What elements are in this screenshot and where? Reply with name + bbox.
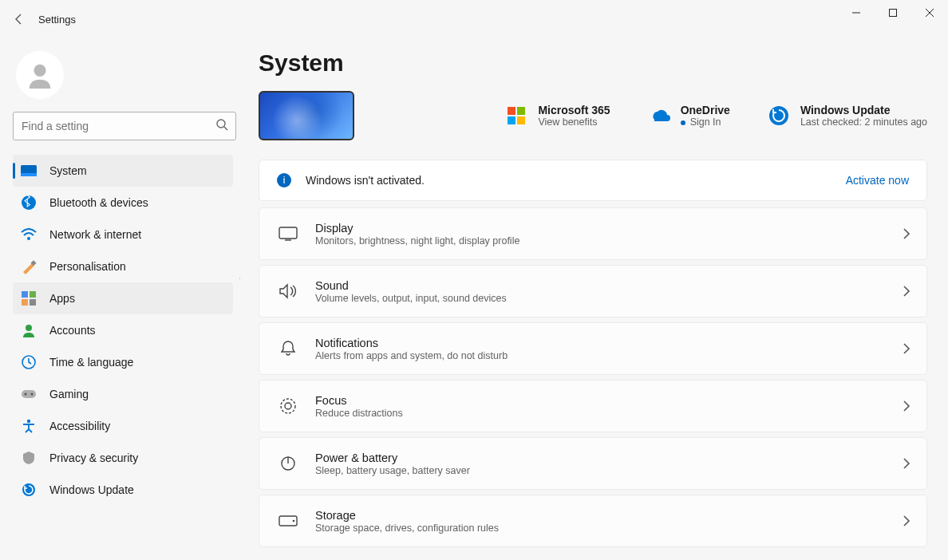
activate-now-link[interactable]: Activate now bbox=[846, 174, 909, 187]
status-title: Microsoft 365 bbox=[538, 104, 610, 116]
sidebar-item-label: Windows Update bbox=[49, 483, 134, 496]
sound-card-icon bbox=[274, 283, 302, 299]
card-display[interactable]: DisplayMonitors, brightness, night light… bbox=[259, 207, 927, 260]
status-title: Windows Update bbox=[800, 104, 927, 116]
status-windows-update[interactable]: Windows Update Last checked: 2 minutes a… bbox=[767, 104, 927, 128]
svg-rect-22 bbox=[517, 107, 525, 115]
annotation-arrow-icon bbox=[239, 273, 247, 337]
card-subtitle: Sleep, battery usage, battery saver bbox=[315, 465, 470, 476]
sidebar-item-label: Privacy & security bbox=[49, 452, 138, 464]
svg-point-8 bbox=[27, 237, 30, 240]
bell-icon bbox=[274, 340, 302, 357]
clock-globe-icon bbox=[21, 354, 37, 370]
card-title: Display bbox=[315, 222, 519, 235]
svg-point-17 bbox=[25, 393, 27, 396]
page-title: System bbox=[259, 49, 927, 77]
chevron-right-icon bbox=[903, 228, 910, 239]
update-icon bbox=[21, 482, 37, 498]
card-title: Sound bbox=[315, 279, 507, 292]
minimize-button[interactable] bbox=[838, 0, 875, 26]
sidebar-item-system[interactable]: System bbox=[13, 155, 233, 187]
card-title: Power & battery bbox=[315, 452, 470, 464]
svg-rect-10 bbox=[22, 291, 28, 298]
svg-rect-13 bbox=[30, 299, 36, 306]
display-icon bbox=[21, 163, 37, 179]
sidebar-item-label: Bluetooth & devices bbox=[49, 196, 148, 209]
update-status-icon bbox=[767, 104, 791, 128]
settings-cards: DisplayMonitors, brightness, night light… bbox=[259, 207, 927, 547]
sidebar-item-label: Accessibility bbox=[49, 420, 110, 432]
chevron-right-icon bbox=[903, 343, 910, 354]
close-button[interactable] bbox=[911, 0, 948, 26]
search-box[interactable] bbox=[13, 112, 236, 140]
card-title: Notifications bbox=[315, 337, 508, 349]
chevron-right-icon bbox=[903, 458, 910, 469]
svg-rect-24 bbox=[517, 116, 525, 124]
search-input[interactable] bbox=[13, 112, 236, 140]
sidebar-item-privacy[interactable]: Privacy & security bbox=[13, 442, 233, 474]
svg-point-19 bbox=[27, 420, 30, 423]
back-button[interactable] bbox=[0, 0, 38, 38]
paint-icon bbox=[21, 258, 37, 274]
sidebar-item-label: System bbox=[49, 164, 87, 177]
sidebar-item-label: Gaming bbox=[49, 388, 89, 400]
card-subtitle: Storage space, drives, configuration rul… bbox=[315, 523, 499, 534]
card-subtitle: Volume levels, output, input, sound devi… bbox=[315, 293, 507, 304]
avatar[interactable] bbox=[16, 51, 64, 99]
m365-icon bbox=[504, 104, 528, 128]
card-subtitle: Alerts from apps and system, do not dist… bbox=[315, 350, 508, 361]
chevron-right-icon bbox=[903, 515, 910, 526]
sidebar-item-accessibility[interactable]: Accessibility bbox=[13, 410, 233, 442]
svg-rect-12 bbox=[22, 299, 28, 306]
svg-rect-16 bbox=[22, 390, 36, 398]
status-m365[interactable]: Microsoft 365 View benefits bbox=[504, 104, 610, 128]
svg-point-33 bbox=[293, 520, 295, 523]
card-focus[interactable]: FocusReduce distractions bbox=[259, 380, 927, 432]
chevron-right-icon bbox=[903, 286, 910, 297]
top-status-row: Microsoft 365 View benefits OneDrive Sig… bbox=[259, 91, 927, 140]
svg-rect-23 bbox=[508, 116, 515, 124]
svg-line-4 bbox=[224, 127, 227, 130]
person-icon bbox=[21, 322, 37, 338]
card-subtitle: Reduce distractions bbox=[315, 408, 403, 419]
bluetooth-icon bbox=[21, 195, 37, 211]
back-arrow-icon bbox=[13, 13, 26, 26]
card-notifications[interactable]: NotificationsAlerts from apps and system… bbox=[259, 322, 927, 375]
card-power[interactable]: Power & batterySleep, battery usage, bat… bbox=[259, 437, 927, 490]
accessibility-icon bbox=[21, 418, 37, 434]
svg-rect-21 bbox=[508, 107, 515, 115]
sidebar-item-accounts[interactable]: Accounts bbox=[13, 314, 233, 346]
desktop-preview[interactable] bbox=[259, 91, 354, 140]
svg-point-18 bbox=[31, 393, 34, 396]
sidebar-item-network[interactable]: Network & internet bbox=[13, 219, 233, 250]
sidebar-item-label: Network & internet bbox=[49, 228, 141, 241]
window-controls bbox=[838, 0, 948, 26]
sidebar-item-windows-update[interactable]: Windows Update bbox=[13, 474, 233, 506]
info-icon: i bbox=[277, 173, 291, 187]
sidebar-item-apps[interactable]: Apps bbox=[13, 282, 233, 314]
nav-list: System Bluetooth & devices Network & int… bbox=[13, 155, 233, 506]
banner-message: Windows isn't activated. bbox=[306, 174, 846, 187]
sidebar: System Bluetooth & devices Network & int… bbox=[0, 38, 239, 560]
sidebar-item-personalisation[interactable]: Personalisation bbox=[13, 250, 233, 282]
svg-rect-11 bbox=[30, 291, 36, 298]
card-storage[interactable]: StorageStorage space, drives, configurat… bbox=[259, 495, 927, 547]
maximize-button[interactable] bbox=[875, 0, 911, 26]
card-sound[interactable]: SoundVolume levels, output, input, sound… bbox=[259, 265, 927, 317]
chevron-right-icon bbox=[903, 400, 910, 412]
display-card-icon bbox=[274, 227, 302, 241]
card-title: Focus bbox=[315, 394, 403, 407]
svg-point-25 bbox=[769, 106, 788, 125]
close-icon bbox=[925, 8, 934, 18]
status-title: OneDrive bbox=[681, 104, 730, 116]
svg-point-2 bbox=[34, 65, 45, 77]
sidebar-item-gaming[interactable]: Gaming bbox=[13, 378, 233, 410]
sidebar-item-time-language[interactable]: Time & language bbox=[13, 346, 233, 378]
svg-point-29 bbox=[285, 403, 291, 409]
status-onedrive[interactable]: OneDrive Sign In bbox=[647, 104, 730, 128]
activation-banner: i Windows isn't activated. Activate now bbox=[259, 160, 927, 201]
main-content: System Microsoft 365 View benefits bbox=[239, 38, 948, 560]
onedrive-icon bbox=[647, 104, 671, 128]
sidebar-item-bluetooth[interactable]: Bluetooth & devices bbox=[13, 187, 233, 219]
status-subtitle: View benefits bbox=[538, 116, 610, 128]
